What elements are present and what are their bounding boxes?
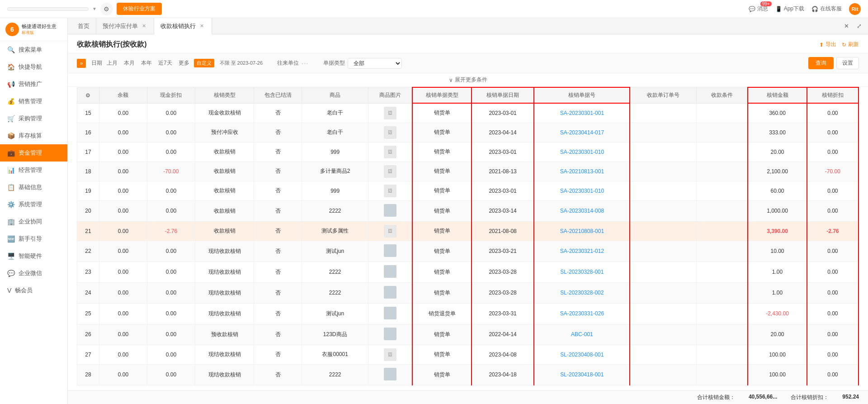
close-window-button[interactable]: ✕ [841,21,852,32]
avatar[interactable]: Rit [849,3,861,15]
chat-icon: 💬 [749,6,755,12]
table-row: 22 0.00 0.00 现结收款核销 否 测试jun 销货单 2023-03-… [77,241,859,261]
setting-button[interactable]: 设置 [836,57,859,69]
online-support-button[interactable]: 🎧 在线客服 [811,5,842,13]
last-month-btn[interactable]: 上月 [105,58,119,68]
page-header: 收款核销执行(按收款) ⬆ 导出 ↻ 刷新 [68,34,868,53]
sidebar-item-finance[interactable]: 💼 资金管理 [0,144,67,162]
industry-solution-button[interactable]: 休验行业方案 [117,3,162,15]
expand-filter-button[interactable]: » [77,59,86,68]
wechat-icon: 💬 [7,270,15,277]
notification-button[interactable]: 💬 消息 99+ [749,5,768,13]
money-icon: 💰 [7,98,15,105]
sidebar-item-marketing[interactable]: 📢 营销推广 [0,76,67,93]
row-condition [696,324,748,345]
row-bill-no: SA-20230301-010 [534,142,630,162]
sidebar-item-enterprise[interactable]: 🏢 企业协同 [0,213,67,230]
product-thumbnail [384,307,396,319]
row-condition [696,345,748,364]
address-bar[interactable] [7,7,89,11]
bill-no-link[interactable]: SA-20230301-010 [560,149,604,155]
row-product: 老白干 [302,123,368,142]
export-button[interactable]: ⬆ 导出 [819,41,836,48]
table-area[interactable]: ⚙ 余额 现金折扣 核销类型 包含已结清 商品 商品图片 核销单据类型 核销单据… [68,87,868,390]
col-cash-discount: 现金折扣 [147,87,195,103]
row-settled: 否 [254,261,302,282]
sidebar-item-sales[interactable]: 💰 销售管理 [0,93,67,110]
row-receipt-order [630,324,696,345]
headset-icon: 🎧 [811,6,818,12]
row-no: 24 [77,282,99,303]
row-writeoff-discount: 0.00 [807,324,859,345]
row-amount: 360.00 [748,103,807,123]
row-no: 27 [77,345,99,364]
sidebar-item-vip[interactable]: V 畅会员 [0,282,67,299]
bill-no-link[interactable]: ABC-001 [571,331,593,337]
row-amount: 10.00 [748,241,807,261]
tab-writeoff[interactable]: 收款核销执行 ✕ [154,18,212,34]
bill-no-link[interactable]: SA-20230314-008 [560,208,604,214]
bill-type-select[interactable]: 全部 销货单 销货退货单 [348,58,402,69]
row-writeoff-type: 现结收款核销 [195,303,254,324]
maximize-button[interactable]: ⤢ [854,21,864,32]
phone-icon: 📱 [775,6,782,12]
close-icon[interactable]: ✕ [198,23,205,29]
sidebar-item-guide[interactable]: 🆕 新手引导 [0,230,67,247]
row-receipt-order [630,123,696,142]
row-bill-date: 2022-04-14 [472,324,534,345]
row-receipt-order [630,282,696,303]
row-writeoff-type: 现结收款核销 [195,282,254,303]
row-bill-type: 销货单 [412,200,471,221]
row-cash-discount: 0.00 [147,345,195,364]
sidebar-item-quick-nav[interactable]: 🏠 快捷导航 [0,58,67,76]
row-receipt-order [630,303,696,324]
sidebar-item-smart-hw[interactable]: 🖥️ 智能硬件 [0,247,67,265]
header-actions: ⬆ 导出 ↻ 刷新 [819,41,859,48]
sidebar-item-wechat[interactable]: 💬 企业微信 [0,265,67,282]
expand-conditions-button[interactable]: ∨ 展开更多条件 [449,76,487,84]
col-amount: 核销金额 [748,87,807,103]
bill-no-link[interactable]: SA-20230414-017 [560,129,604,136]
custom-date-btn[interactable]: 自定义 [194,59,214,67]
bill-no-link[interactable]: SA-20230301-010 [560,188,604,194]
row-bill-no: SL-20230328-001 [534,261,630,282]
row-no: 22 [77,241,99,261]
refresh-button[interactable]: ↻ 刷新 [842,41,859,48]
bill-no-link[interactable]: SL-20230328-001 [560,269,604,275]
sidebar-item-label: 采购管理 [19,114,42,123]
close-icon[interactable]: ✕ [141,23,147,29]
row-bill-type: 销货单 [412,364,471,385]
sidebar-item-label: 畅会员 [15,286,33,295]
sidebar-item-basic-info[interactable]: 📋 基础信息 [0,179,67,196]
bill-no-link[interactable]: SA-20210808-001 [560,228,604,234]
more-date-btn[interactable]: 更多 [177,58,191,68]
row-receipt-order [630,162,696,181]
query-button[interactable]: 查询 [808,57,834,69]
settings-icon[interactable]: ⚙ [100,3,113,15]
this-month-btn[interactable]: 本月 [122,58,137,68]
last-7days-btn[interactable]: 近7天 [156,58,174,68]
row-bill-type: 销货单 [412,282,471,303]
bill-no-link[interactable]: SA-20230301-001 [560,110,604,116]
sidebar-item-purchase[interactable]: 🛒 采购管理 [0,110,67,127]
bill-no-link[interactable]: SA-20230321-012 [560,248,604,254]
this-year-btn[interactable]: 本年 [139,58,154,68]
bill-no-link[interactable]: SL-20230328-002 [560,290,604,296]
bill-no-link[interactable]: SL-20230408-001 [560,352,604,358]
row-bill-type: 销货单 [412,221,471,241]
tab-label: 预付冲应付单 [103,22,138,30]
row-amount: -2,430.00 [748,303,807,324]
sidebar-item-operations[interactable]: 📊 经营管理 [0,162,67,179]
date-filter-group: 日期 上月 本月 本年 近7天 更多 自定义 [91,58,214,68]
sidebar-item-inventory[interactable]: 📦 库存核算 [0,127,67,144]
chevron-down-icon: ▼ [92,6,97,11]
sidebar-item-system[interactable]: ⚙️ 系统管理 [0,196,67,213]
tab-prepay[interactable]: 预付冲应付单 ✕ [96,18,154,34]
row-writeoff-discount: 0.00 [807,142,859,162]
app-download-button[interactable]: 📱 App下载 [775,5,804,13]
tab-home[interactable]: 首页 [71,18,96,34]
bill-no-link[interactable]: SL-20230418-001 [560,371,604,378]
bill-no-link[interactable]: SA-20230331-026 [560,310,604,317]
sidebar-item-search-menu[interactable]: 🔍 搜索菜单 [0,41,67,58]
bill-no-link[interactable]: SA-20210813-001 [560,168,604,175]
